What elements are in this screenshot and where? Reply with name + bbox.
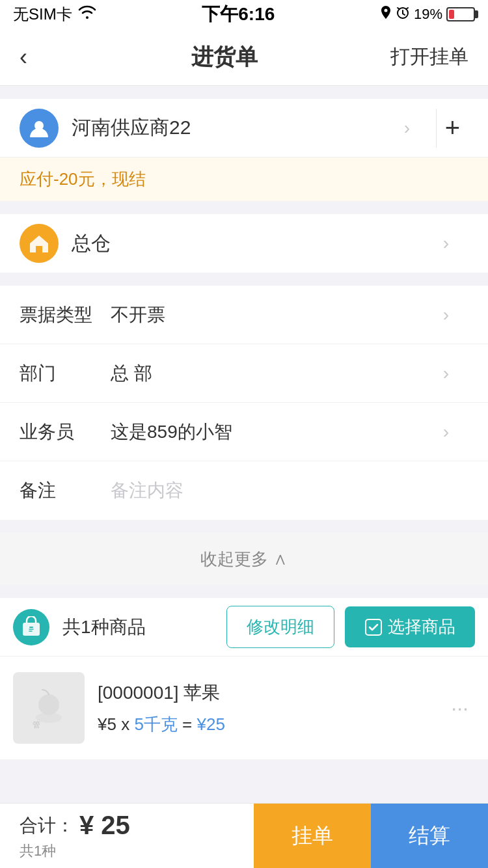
invoice-chevron-icon: › [443,305,449,325]
product-more-button[interactable]: ··· [444,690,475,727]
svg-rect-5 [366,619,381,635]
alarm-icon [396,5,410,23]
total-count: 共1种 [20,841,234,861]
status-icons: 19% [380,5,475,23]
salesman-value: 这是859的小智 [111,420,443,444]
remark-input[interactable]: 备注内容 [111,478,468,503]
supplier-section: 河南供应商22 › + 应付-20元，现结 [0,99,488,201]
carrier-text: 无SIM卡 [13,4,72,25]
total-amount: ¥ 25 [79,811,130,840]
wifi-icon [77,5,97,24]
salesman-chevron-icon: › [443,422,449,442]
warehouse-section: 总仓 › [0,214,488,273]
product-code: [0000001] [98,683,179,703]
salesman-row[interactable]: 业务员 这是859的小智 › [0,403,488,461]
product-unit-price: ¥5 [98,714,116,734]
department-row[interactable]: 部门 总 部 › [0,344,488,403]
supplier-row[interactable]: 河南供应商22 › + [0,99,488,157]
product-item: 管 [0000001] 苹果 ¥5 x 5千克 = ¥25 ··· [0,657,488,759]
hang-button[interactable]: 挂单 [254,804,371,869]
product-icon [13,609,49,645]
supplier-chevron-icon: › [404,118,410,139]
warehouse-name: 总仓 [72,230,443,257]
svg-point-6 [38,694,59,715]
nav-bar: ‹ 进货单 打开挂单 [0,29,488,86]
invoice-value: 不开票 [111,303,443,327]
department-value: 总 部 [111,361,443,386]
svg-text:管: 管 [33,720,40,729]
supplier-notice: 应付-20元，现结 [0,157,488,201]
invoice-label: 票据类型 [20,303,111,327]
total-label: 合计： ¥ 25 [20,811,234,840]
warehouse-row[interactable]: 总仓 › [0,214,488,273]
edit-detail-button[interactable]: 修改明细 [226,606,334,648]
total-section: 合计： ¥ 25 共1种 [0,811,254,861]
department-chevron-icon: › [443,363,449,384]
remark-row[interactable]: 备注 备注内容 [0,461,488,520]
product-section: 共1种商品 修改明细 选择商品 管 [0000001] 苹果 [0,598,488,759]
product-header: 共1种商品 修改明细 选择商品 [0,598,488,657]
status-bar: 无SIM卡 下午6:16 19% [0,0,488,29]
invoice-row[interactable]: 票据类型 不开票 › [0,286,488,344]
product-total: ¥25 [197,714,225,734]
bottom-bar: 合计： ¥ 25 共1种 挂单 结算 [0,803,488,868]
status-time: 下午6:16 [202,2,275,27]
product-thumbnail: 管 [13,672,85,744]
product-quantity: 5千克 [134,714,177,734]
product-count: 共1种商品 [62,615,226,640]
product-price: ¥5 x 5千克 = ¥25 [98,713,444,736]
product-display-name: 苹果 [183,683,220,703]
status-carrier: 无SIM卡 [13,4,97,25]
select-product-label: 选择商品 [388,616,455,638]
back-button[interactable]: ‹ [20,44,59,71]
supplier-name: 河南供应商22 [72,115,404,141]
page-title: 进货单 [191,42,258,72]
remark-label: 备注 [20,478,111,503]
salesman-label: 业务员 [20,420,111,444]
battery-percentage: 19% [414,6,442,23]
svg-rect-4 [29,627,33,628]
battery-icon [446,7,475,21]
svg-rect-2 [36,246,42,252]
location-icon [380,5,392,23]
open-hang-button[interactable]: 打开挂单 [390,44,468,70]
checkout-button[interactable]: 结算 [371,804,488,869]
add-supplier-button[interactable]: + [436,109,468,148]
total-text: 合计： [20,813,74,838]
supplier-avatar [20,109,59,148]
product-name: [0000001] 苹果 [98,681,444,705]
warehouse-chevron-icon: › [443,233,449,254]
department-label: 部门 [20,361,111,386]
product-info: [0000001] 苹果 ¥5 x 5千克 = ¥25 [98,681,444,736]
form-section: 票据类型 不开票 › 部门 总 部 › 业务员 这是859的小智 › 备注 备注… [0,286,488,520]
collapse-button[interactable]: 收起更多 ∧ [0,533,488,585]
warehouse-icon [20,224,59,263]
select-product-button[interactable]: 选择商品 [345,606,475,647]
